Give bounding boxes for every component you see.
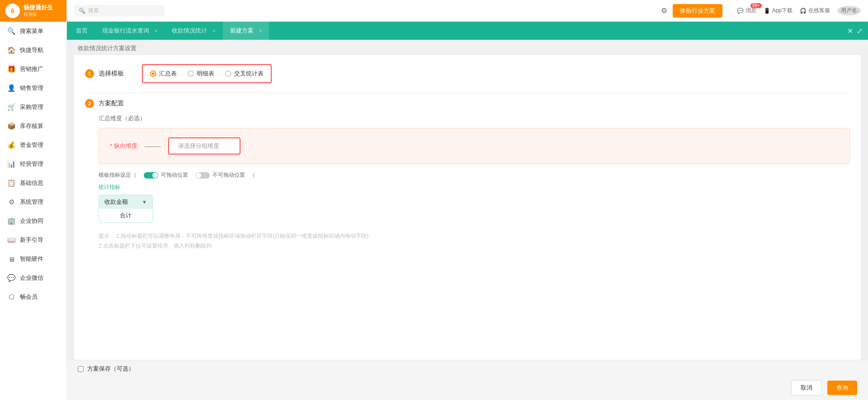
sidebar-item-enterprise[interactable]: 🏢 企业协同 xyxy=(0,212,66,231)
sidebar-label-marketing: 营销推广 xyxy=(20,65,59,73)
newbie-icon: 📖 xyxy=(7,236,15,244)
cancel-button[interactable]: 取消 xyxy=(791,380,822,395)
sidebar-item-finance[interactable]: 💰 资金管理 xyxy=(0,136,66,155)
sales-icon: 👤 xyxy=(7,84,15,92)
sidebar-item-member[interactable]: ⬡ 畅会员 xyxy=(0,287,66,306)
tip-2: 2.点击标题栏下拉可设置排序、插入列和删除列 xyxy=(99,241,850,251)
weixin-icon: 💬 xyxy=(7,274,15,282)
indicator-hint: 模板指标设定（ 可拖动位置 不可拖动位置 ） xyxy=(99,171,850,179)
sidebar-item-purchase[interactable]: 🛒 采购管理 xyxy=(0,98,66,117)
sidebar-item-basic-info[interactable]: 📋 基础信息 xyxy=(0,174,66,193)
service-icon: 🎧 xyxy=(800,8,807,14)
hint-label: 模板指标设定（ xyxy=(99,171,137,179)
user-avatar[interactable]: 用户名 xyxy=(837,6,861,15)
save-label[interactable]: 方案保存（可选） xyxy=(87,365,134,373)
page-footer: 方案保存（可选） 取消 查询 xyxy=(67,360,868,400)
sidebar-item-sales[interactable]: 👤 销售管理 xyxy=(0,79,66,98)
sidebar-label-newbie: 新手引导 xyxy=(20,236,59,244)
template-option-cross[interactable]: 交叉统计表 xyxy=(225,70,264,78)
radio-cross[interactable] xyxy=(225,71,231,77)
sidebar-item-quick-nav[interactable]: 🏠 快捷导航 xyxy=(0,41,66,60)
nondraggable-toggle xyxy=(195,172,210,179)
radio-summary[interactable] xyxy=(150,71,156,77)
online-service-label: 在线客服 xyxy=(808,7,830,14)
template-option-summary[interactable]: 汇总表 xyxy=(150,70,177,78)
top-header: 🔍 搜索 ⚙ 体验行业方案 💬 消息 99+ 📱 App下载 🎧 在线客服 用户… xyxy=(67,0,868,22)
dimension-row: * 纵向维度 —— 请选择分组维度 xyxy=(110,137,839,155)
radio-cross-label: 交叉统计表 xyxy=(234,70,264,78)
sidebar-item-weixin[interactable]: 💬 企业微信 xyxy=(0,268,66,287)
tip-1: 提示： 1.拖动标题栏可以调整布局，不可跨维度或指标区域拖动栏目字段(只能在同一… xyxy=(99,231,850,241)
message-button[interactable]: 💬 消息 99+ xyxy=(737,7,756,14)
indicator-header[interactable]: 收款金额 ▼ xyxy=(99,195,152,209)
save-checkbox[interactable] xyxy=(78,366,84,372)
step2-num: 2 xyxy=(85,99,94,108)
indicator-dropdown-arrow[interactable]: ▼ xyxy=(142,199,147,205)
step1-section: 1 选择模板 汇总表 明细表 交叉统计表 xyxy=(85,64,850,83)
tab-new-plan[interactable]: 新建方案 × xyxy=(223,22,269,40)
dimension-placeholder: 请选择分组维度 xyxy=(178,142,219,149)
sidebar-label-enterprise: 企业协同 xyxy=(20,217,59,225)
logo-sub: 标准版 xyxy=(24,11,53,18)
radio-summary-label: 汇总表 xyxy=(159,70,177,78)
online-service-button[interactable]: 🎧 在线客服 xyxy=(800,7,830,14)
sidebar-item-smart-hw[interactable]: 🖥 智能硬件 xyxy=(0,249,66,268)
sidebar-label-quick-nav: 快捷导航 xyxy=(20,46,59,54)
divider1 xyxy=(85,92,850,93)
step1-num: 1 xyxy=(85,69,94,78)
inventory-icon: 📦 xyxy=(7,122,15,130)
sidebar-item-search-menu[interactable]: 🔍 搜索菜单 xyxy=(0,22,66,41)
header-search-box[interactable]: 🔍 搜索 xyxy=(74,5,165,16)
sidebar-item-operation[interactable]: 📊 经营管理 xyxy=(0,155,66,174)
sidebar-item-newbie[interactable]: 📖 新手引导 xyxy=(0,231,66,249)
indicator-section: 模板指标设定（ 可拖动位置 不可拖动位置 ） 统计指标 xyxy=(99,171,850,224)
sidebar-label-member: 畅会员 xyxy=(20,293,59,301)
sidebar-item-system[interactable]: ⚙ 系统管理 xyxy=(0,193,66,212)
tab-bank-flow-label: 现金银行流水查询 xyxy=(102,27,149,35)
hint-close: ） xyxy=(252,171,258,179)
tab-expand-button[interactable]: ⤢ xyxy=(857,27,863,35)
step2-section: 2 方案配置 汇总维度（必选） * 纵向维度 —— 请选择分组维度 xyxy=(85,99,850,251)
search-icon: 🔍 xyxy=(79,8,85,14)
dimension-title: 汇总维度（必选） xyxy=(99,114,850,122)
trial-button[interactable]: 体验行业方案 xyxy=(673,4,722,18)
sidebar-label-basic-info: 基础信息 xyxy=(20,179,59,187)
finance-icon: 💰 xyxy=(7,141,15,149)
tab-bank-flow[interactable]: 现金银行流水查询 × xyxy=(95,22,165,40)
enterprise-icon: 🏢 xyxy=(7,217,15,225)
tab-new-plan-close[interactable]: × xyxy=(259,28,262,33)
sidebar-label-inventory: 库存核算 xyxy=(20,122,59,130)
template-option-detail[interactable]: 明细表 xyxy=(188,70,214,78)
dimension-select[interactable]: 请选择分组维度 xyxy=(168,137,241,155)
vertical-dim-label: * 纵向维度 xyxy=(110,142,137,150)
step2-header: 2 方案配置 xyxy=(85,99,850,108)
sidebar-label-search-menu: 搜索菜单 xyxy=(20,27,59,35)
sidebar-label-sales: 销售管理 xyxy=(20,84,59,92)
message-badge: 99+ xyxy=(750,3,762,8)
sidebar: 6 畅捷通好生 标准版 🔍 搜索菜单 🏠 快捷导航 🎁 营销推广 👤 销售管理 … xyxy=(0,0,67,400)
footer-actions: 取消 查询 xyxy=(67,376,868,400)
sidebar-logo: 6 畅捷通好生 标准版 xyxy=(0,0,66,22)
tab-close-all-button[interactable]: ✕ xyxy=(847,27,853,35)
tab-home-label: 首页 xyxy=(76,27,88,35)
member-icon: ⬡ xyxy=(7,293,15,301)
page-breadcrumb: 收款情况统计方案设置 xyxy=(67,40,868,55)
sidebar-item-marketing[interactable]: 🎁 营销推广 xyxy=(0,60,66,79)
save-option: 方案保存（可选） xyxy=(67,360,868,376)
basic-info-icon: 📋 xyxy=(7,179,15,187)
tab-receipt-stats[interactable]: 收款情况统计 × xyxy=(165,22,222,40)
sidebar-item-inventory[interactable]: 📦 库存核算 xyxy=(0,117,66,136)
app-download-button[interactable]: 📱 App下载 xyxy=(764,7,793,14)
smart-hw-icon: 🖥 xyxy=(7,255,15,263)
header-actions: ⚙ 体验行业方案 xyxy=(661,4,722,18)
page-content: 1 选择模板 汇总表 明细表 交叉统计表 xyxy=(74,55,861,360)
query-button[interactable]: 查询 xyxy=(827,381,857,395)
tab-home[interactable]: 首页 xyxy=(69,22,95,40)
tab-receipt-stats-close[interactable]: × xyxy=(212,28,215,33)
tab-bank-flow-close[interactable]: × xyxy=(155,28,157,33)
radio-detail[interactable] xyxy=(188,71,194,77)
gear-button[interactable]: ⚙ xyxy=(661,6,667,15)
draggable-toggle xyxy=(144,172,158,179)
search-placeholder-text: 搜索 xyxy=(88,7,99,14)
main-area: 🔍 搜索 ⚙ 体验行业方案 💬 消息 99+ 📱 App下载 🎧 在线客服 用户… xyxy=(67,0,868,400)
